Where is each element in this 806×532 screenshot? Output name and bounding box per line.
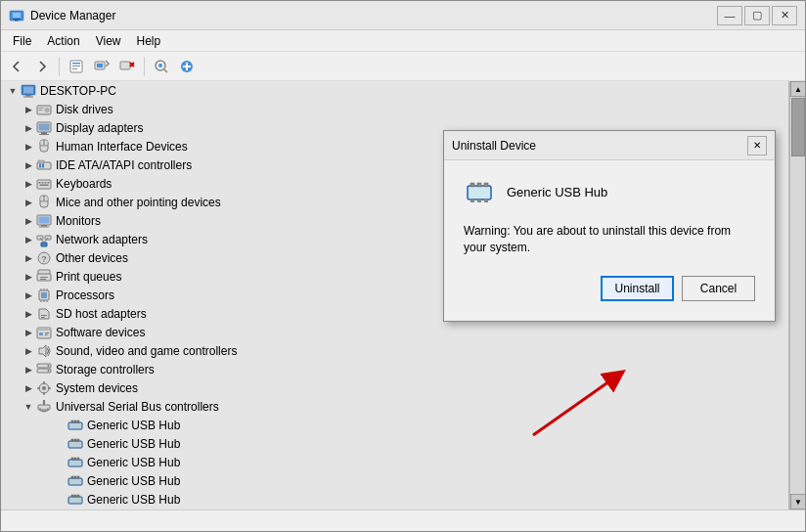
add-hardware-button[interactable] [175,55,199,78]
menu-bar: File Action View Help [1,30,805,52]
window-title: Device Manager [30,9,717,22]
back-button[interactable] [5,55,28,78]
svg-rect-5 [72,63,80,65]
svg-rect-121 [470,200,474,202]
arrow-indicator [523,362,641,443]
properties-button[interactable] [65,55,88,78]
menu-action[interactable]: Action [39,30,87,51]
dialog-warning-text: Warning: You are about to uninstall this… [464,223,755,256]
svg-rect-3 [15,20,19,22]
dialog-close-button[interactable]: ✕ [747,136,767,155]
svg-point-14 [158,64,162,67]
scan-changes-button[interactable] [150,55,173,78]
svg-rect-123 [484,200,488,202]
forward-button[interactable] [30,55,54,78]
svg-rect-120 [484,183,488,187]
svg-rect-118 [470,183,474,187]
svg-rect-7 [72,68,77,69]
menu-help[interactable]: Help [129,30,169,51]
update-driver-button[interactable] [90,55,113,78]
maximize-button[interactable]: ▢ [744,6,770,25]
cancel-button[interactable]: Cancel [682,276,755,301]
toolbar [1,52,805,81]
dialog-device-icon [464,176,495,207]
svg-rect-2 [13,19,21,20]
dialog-title-bar: Uninstall Device ✕ [444,131,775,160]
svg-rect-9 [97,64,103,67]
toolbar-separator-1 [59,57,60,76]
dialog-buttons: Uninstall Cancel [464,276,755,305]
svg-rect-10 [120,62,130,69]
main-window: Device Manager — ▢ ✕ File Action View He… [0,0,806,532]
uninstall-button[interactable]: Uninstall [601,276,674,301]
window-controls: — ▢ ✕ [717,6,797,25]
close-button[interactable]: ✕ [772,6,797,25]
svg-rect-117 [468,186,491,200]
toolbar-separator-2 [144,57,145,76]
svg-rect-1 [13,13,21,18]
title-bar: Device Manager — ▢ ✕ [1,1,805,30]
uninstall-dialog: Uninstall Device ✕ [443,130,776,322]
svg-rect-6 [72,66,80,66]
dialog-content: Generic USB Hub Warning: You are about t… [444,160,775,321]
status-bar [1,510,805,531]
main-content: ▼ DESKTOP-PC ▶ [1,81,805,510]
menu-view[interactable]: View [88,30,129,51]
minimize-button[interactable]: — [717,6,742,25]
dialog-device-row: Generic USB Hub [464,176,755,207]
dialog-device-name: Generic USB Hub [507,185,607,200]
modal-overlay: Uninstall Device ✕ [1,81,805,510]
uninstall-device-button[interactable] [115,55,139,78]
menu-file[interactable]: File [5,30,39,51]
svg-rect-119 [477,183,481,187]
svg-line-124 [533,377,616,435]
dialog-title: Uninstall Device [452,139,747,153]
window-icon [9,8,24,23]
svg-line-15 [164,69,167,72]
svg-rect-122 [477,200,481,202]
